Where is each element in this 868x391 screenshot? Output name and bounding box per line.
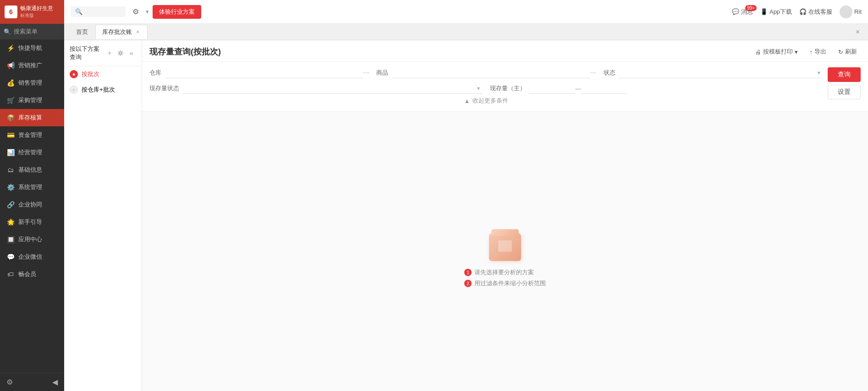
nav-icon-newbie: 🌟 (6, 218, 15, 226)
scheme-icon-0: ● (70, 70, 78, 78)
sidebar-item-operations[interactable]: 📊 经营管理 (0, 144, 64, 161)
filter-panel-header-icons: ＋ « (105, 49, 136, 58)
hint-item-2: 2 用过滤条件来缩小分析范围 (464, 279, 546, 288)
user-avatar-button[interactable]: Rit (840, 5, 862, 18)
sidebar-item-enterprise[interactable]: 🔗 企业协同 (0, 196, 64, 213)
warehouse-more-icon[interactable]: ··· (363, 69, 369, 77)
app-branding: 畅康通好生意 标准版 (20, 5, 53, 19)
print-label: 按模板打印 (763, 48, 793, 56)
nav-icon-finance: 💳 (6, 131, 15, 139)
scheme-item-1[interactable]: ○ 按仓库+批次 (64, 82, 142, 98)
product-input[interactable] (392, 67, 590, 78)
product-more-icon[interactable]: ··· (590, 69, 596, 77)
query-button[interactable]: 查询 (828, 67, 861, 82)
topbar-settings-icon[interactable]: ⚙ (129, 5, 142, 18)
sidebar-item-marketing[interactable]: 📢 营销推广 (0, 57, 64, 74)
nav-label-purchase: 采购管理 (18, 96, 42, 104)
nav-icon-marketing: 📢 (6, 61, 15, 70)
inventory-qty-min-input[interactable] (529, 83, 575, 94)
tab-home[interactable]: 首页 (70, 25, 94, 39)
messages-badge: 99+ (745, 5, 757, 11)
inventory-qty-max-input[interactable] (581, 83, 627, 94)
sidebar-item-member[interactable]: 🏷 畅会员 (0, 266, 64, 283)
nav-label-basic: 基础信息 (18, 166, 42, 174)
topbar-search-box[interactable]: 🔍 (71, 6, 126, 17)
refresh-label: 刷新 (845, 48, 857, 56)
tab-inventory-batch[interactable]: 库存批次账 × (95, 25, 148, 39)
collapse-up-icon: ▲ (464, 98, 470, 104)
export-icon: ↑ (810, 49, 813, 55)
sidebar-item-finance[interactable]: 💳 资金管理 (0, 126, 64, 144)
messages-button[interactable]: 💬 消息 99+ (732, 8, 753, 16)
filter-panel-header: 按以下方案查询 ＋ « (64, 40, 142, 66)
scheme-label-0: 按批次 (82, 70, 99, 78)
filter-row-1: 仓库 ··· 商品 ··· 状态 (149, 67, 823, 78)
collapse-sidebar-button[interactable]: ◀ (52, 378, 58, 386)
scheme-icon-1: ○ (70, 86, 78, 94)
add-scheme-button[interactable]: ＋ (105, 49, 114, 58)
empty-box-graphic (489, 234, 521, 261)
sidebar-item-quick-nav[interactable]: ⚡ 快捷导航 (0, 39, 64, 57)
nav-icon-system: ⚙️ (6, 183, 15, 191)
tab-home-label: 首页 (76, 28, 88, 36)
settings-button[interactable]: 设置 (828, 85, 861, 99)
print-button[interactable]: 🖨 按模板打印 ▾ (752, 46, 802, 58)
nav-icon-inventory: 📦 (6, 114, 15, 122)
settings-footer-icon[interactable]: ⚙ (6, 378, 13, 386)
empty-hints: 1 请先选择要分析的方案 2 用过滤条件来缩小分析范围 (464, 268, 546, 288)
product-label: 商品 (376, 69, 388, 77)
sidebar-item-inventory[interactable]: 📦 库存核算 (0, 109, 64, 126)
nav-label-enterprise: 企业协同 (18, 201, 42, 209)
filter-panel: 按以下方案查询 ＋ « ● 按批次 ○ 按仓库+批次 (64, 40, 142, 391)
empty-illustration (482, 215, 528, 261)
content-area: 按以下方案查询 ＋ « ● 按批次 ○ 按仓库+批次 (64, 40, 868, 391)
nav-icon-app-center: 🔲 (6, 235, 15, 244)
app-download-icon: 📱 (760, 8, 768, 15)
filter-area: 仓库 ··· 商品 ··· 状态 (142, 62, 868, 112)
hint-2-text: 用过滤条件来缩小分析范围 (474, 279, 546, 288)
inventory-status-select[interactable]: ▾ (183, 83, 483, 94)
nav-label-app-center: 应用中心 (18, 235, 42, 244)
nav-label-finance: 资金管理 (18, 131, 42, 139)
scheme-label-1: 按仓库+批次 (82, 86, 115, 94)
user-avatar (840, 5, 852, 18)
experience-industry-button[interactable]: 体验行业方案 (153, 5, 201, 19)
print-dropdown-icon[interactable]: ▾ (795, 49, 798, 55)
collapse-panel-button[interactable]: « (127, 49, 136, 58)
export-label: 导出 (814, 48, 826, 56)
tab-bar: 首页 库存批次账 × × (64, 24, 868, 40)
scheme-item-0[interactable]: ● 按批次 (64, 66, 142, 82)
warehouse-input[interactable] (165, 67, 363, 78)
tab-close-button[interactable]: × (135, 28, 141, 36)
sidebar-item-system[interactable]: ⚙️ 系统管理 (0, 179, 64, 196)
sidebar-item-newbie[interactable]: 🌟 新手引导 (0, 213, 64, 231)
empty-state: 1 请先选择要分析的方案 2 用过滤条件来缩小分析范围 (142, 112, 868, 391)
scheme-settings-button[interactable] (116, 49, 125, 58)
sidebar-item-purchase[interactable]: 🛒 采购管理 (0, 92, 64, 109)
topbar-dropdown-icon[interactable]: ▾ (146, 8, 149, 15)
topbar: 🔍 ⚙ ▾ 体验行业方案 💬 消息 99+ 📱 App下载 🎧 在线客服 (64, 0, 868, 24)
status-select[interactable]: ▾ (619, 68, 823, 78)
app-logo: 6 (5, 5, 17, 18)
collapse-more-conditions-button[interactable]: ▲ 收起更多条件 (149, 94, 823, 106)
sidebar-item-enterprise-wx[interactable]: 💬 企业微信 (0, 248, 64, 266)
export-button[interactable]: ↑ 导出 (806, 46, 830, 58)
search-menu-label: 搜索菜单 (14, 27, 38, 36)
page-title-actions: 🖨 按模板打印 ▾ ↑ 导出 ↻ 刷新 (752, 46, 861, 58)
app-download-button[interactable]: 📱 App下载 (760, 8, 792, 16)
refresh-button[interactable]: ↻ 刷新 (835, 46, 861, 58)
tab-bar-close-button[interactable]: × (853, 27, 863, 37)
nav-icon-enterprise: 🔗 (6, 201, 15, 209)
nav-label-enterprise-wx: 企业微信 (18, 253, 42, 261)
sidebar-search[interactable]: 🔍 搜索菜单 (0, 24, 64, 39)
nav-icon-operations: 📊 (6, 148, 15, 157)
inventory-status-field: 现存量状态 ▾ (149, 83, 483, 94)
status-label: 状态 (604, 69, 615, 77)
nav-label-operations: 经营管理 (18, 148, 42, 157)
sidebar-item-sales[interactable]: 💰 销售管理 (0, 74, 64, 92)
online-service-button[interactable]: 🎧 在线客服 (799, 8, 832, 16)
nav-label-inventory: 库存核算 (18, 114, 42, 122)
sidebar-item-basic[interactable]: 🗂 基础信息 (0, 161, 64, 179)
nav-label-marketing: 营销推广 (18, 61, 42, 70)
sidebar-item-app-center[interactable]: 🔲 应用中心 (0, 231, 64, 248)
